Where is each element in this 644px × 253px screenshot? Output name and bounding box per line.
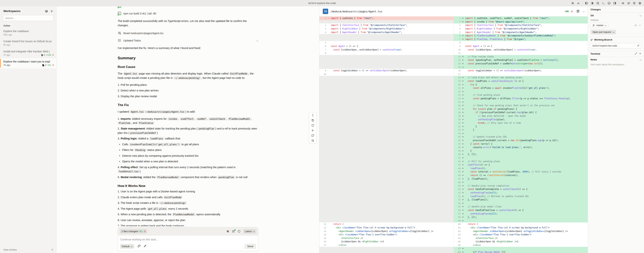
compare-icon[interactable] [311,139,314,142]
terminal-section-header[interactable]: Terminal [588,51,644,57]
diff-filler-row [319,191,454,195]
line-number: 21 [454,87,462,89]
expand-icon[interactable] [634,52,637,55]
burst-icon[interactable] [226,230,230,233]
tool-call-label: Read medusa/src/pages/Agent.tsx [123,32,164,35]
inline-code: TaskDetail.tsx [118,170,140,173]
inline-code: Agent.tsx [123,72,138,75]
todos-status-icon[interactable] [232,230,235,233]
working-branch-input[interactable]: vk/3ccf-explore-the-code [590,43,641,48]
list-item: 4. The Agent page polls get_all_plans ev… [118,207,258,211]
diff-filler-row [319,156,454,160]
message-input[interactable]: Continue working on this task... [118,236,258,242]
line-number: 57 [454,213,462,215]
plus-icon[interactable] [50,10,53,13]
view-archive-link[interactable]: View Archive [4,248,17,251]
diff-code-line: 24+ const pendingPlans = allPlans.filter… [454,97,588,100]
contrast-icon[interactable] [590,2,594,5]
more-menu-icon[interactable]: ··· [638,24,642,27]
line-number: 15 [454,66,462,68]
edit-icon[interactable] [637,44,640,47]
diff-code-line: 6+import { PlanReviewModal } from "@/com… [454,34,588,38]
notes-input[interactable]: Add notes about this workspace... [588,62,644,67]
tool-call-label: npm run build 2>&1 | tail -80 [123,12,156,15]
inline-code: Agent.tsx [130,110,145,113]
diff-filler-row [319,55,454,58]
line-number: 55 [454,206,462,208]
diff-code-line: 57+ setPendingPlan(null); [454,212,588,216]
version-dropdown[interactable]: Latest [243,229,256,234]
pause-icon[interactable] [571,2,574,5]
diff-filler-row [319,80,454,83]
diff-code-line: 63 <div className="flex flex-1 overflow-… [454,233,588,236]
gear-icon[interactable] [638,2,641,5]
line-number: 28 [454,111,462,114]
plus-icon[interactable] [639,52,641,55]
git-section-header[interactable]: Git [588,13,644,18]
workspace-item[interactable]: Create Good First Issues on Github So pr… [0,38,56,48]
workspace-item[interactable]: Explore the codebase I want you to expl … [0,58,56,68]
megaphone-icon[interactable] [627,2,630,5]
list-item: Filters for Pending status plans [118,148,258,152]
whitespace-icon[interactable] [576,10,580,13]
line-number: 15 [319,237,328,239]
diff-code-line: 44+ loadPlans(); [454,167,588,170]
diff-code-line: 16 {sidebarOpen && <RightSidebar />} [319,240,454,244]
diff-code-line: 49+ // Handle plan review completion [454,184,588,188]
diff-code-line: 47+ }, [loadPlans]); [454,177,588,180]
diff-code-line: 26+ // Check for new pending plans that … [454,104,588,107]
play-icon[interactable] [311,129,314,132]
layers-icon[interactable] [45,10,48,13]
diff-filler-row [319,135,454,139]
comment-icon[interactable] [311,134,314,137]
paperclip-icon[interactable] [137,244,140,248]
diff-code-line: 66 </div> [454,244,588,247]
inline-code: invoke [168,117,178,120]
workspace-item[interactable]: Explore the codebase 35m ago [0,28,56,38]
spinner-icon[interactable] [238,230,241,233]
panel-left-icon[interactable] [585,2,588,5]
monitor-icon[interactable] [608,2,610,5]
diff-code-line: 5 [319,41,454,44]
diff-filler-row [319,139,454,142]
line-number: 16 [319,240,328,243]
chevron-down-icon[interactable] [582,10,585,12]
panel-right-icon[interactable] [613,2,616,5]
send-button[interactable]: Send [245,244,256,249]
workspace-item[interactable]: Install and integrate Vibe Kanban Web ( … [0,48,56,58]
list-item: 1. Imports: Added necessary imports for … [118,117,258,125]
branch-selector[interactable]: master [590,23,608,28]
list-item: 1. Poll for pending plans [118,83,258,87]
inline-code: PlanReviewModal [228,117,251,120]
diff-filler-row [319,180,454,184]
copy-icon[interactable] [311,118,314,122]
model-dropdown[interactable]: Default [120,244,134,249]
diff-file-path[interactable]: /medusa/medusa/src/pages/Agent.tsx [330,10,562,13]
notes-section-header[interactable]: Notes [588,57,644,62]
chevron-down-icon[interactable] [257,39,258,42]
pen-icon[interactable] [144,244,147,248]
help-icon[interactable] [632,2,636,5]
files-changed-chip[interactable]: 2 files changed +61 -3 [120,229,147,234]
diff-code-line: 33+ } [454,128,588,132]
line-number: 39 [454,150,462,152]
list-item: 2. Claude enters plan mode and calls Exi… [118,195,258,199]
square-icon[interactable] [311,124,314,127]
search-input[interactable]: Search... [3,15,53,21]
tool-call[interactable]: Read medusa/src/pages/Agent.tsx [118,31,258,35]
list-item: 3. The hook script creates a file in ~/.… [118,201,258,205]
terminal-icon[interactable] [602,2,605,5]
menu-icon[interactable] [621,2,624,5]
line-number: 10 [319,73,328,75]
tool-call[interactable]: Updated Todos [118,39,258,42]
collapse-up-icon[interactable] [576,2,580,5]
diff-code-line: 6const Agent = () => { [319,44,454,48]
line-number: 5 [319,42,328,44]
diff-code-line: 11 [454,52,588,55]
inline-code: useCallback [208,117,226,120]
git-compare-icon[interactable] [596,2,599,5]
open-pull-request-button[interactable]: Open pull request [590,30,616,34]
unfold-icon[interactable] [311,114,314,117]
tool-call[interactable]: npm run build 2>&1 | tail -80 [118,12,258,15]
tool-call-partial[interactable] [118,6,258,8]
